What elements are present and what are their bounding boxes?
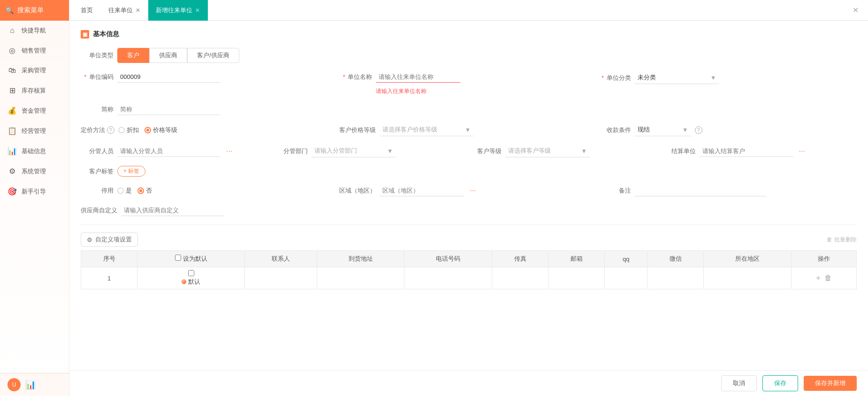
sidebar-item-label: 库存核算	[22, 86, 46, 95]
sidebar-item-basic-info[interactable]: 📊 基础信息	[0, 141, 69, 161]
tab-close-button[interactable]: ✕	[136, 7, 140, 14]
disabled-yes-radio[interactable]: 是	[117, 186, 132, 195]
disabled-no-radio[interactable]: 否	[137, 186, 152, 195]
customer-price-label: 客户价格等级	[339, 126, 376, 134]
unit-type-label: 单位类型	[81, 51, 114, 60]
pricing-help-icon[interactable]: ?	[107, 126, 114, 134]
dept-field: 分管部门 请输入分管部门 ▼	[275, 145, 469, 157]
batch-delete-button[interactable]: 🗑 批量删除	[827, 234, 857, 246]
unit-name-field: * 单位名称 请输入往来单位名称	[339, 71, 598, 95]
row-seq: 1	[81, 267, 137, 289]
main-area: 首页往来单位✕新增往来单位✕ ✕ ▣ 基本信息 单位类型 客户供应商客户/供应商…	[69, 0, 868, 396]
pricing-label: 定价方法 ?	[81, 126, 114, 134]
sidebar-item-guide[interactable]: 🎯 新手引导	[0, 181, 69, 202]
tab-home[interactable]: 首页	[73, 0, 101, 21]
section-icon: ▣	[81, 30, 89, 39]
region-label: 区域（地区）	[339, 186, 376, 195]
close-window-button[interactable]: ✕	[847, 6, 864, 15]
sidebar-item-label: 快捷导航	[22, 26, 46, 35]
pricing-price-level-radio[interactable]: 价格等级	[145, 126, 177, 134]
supplier-custom-label: 供应商自定义	[81, 206, 117, 215]
table-column-header: 到货地址	[317, 251, 404, 267]
table-column-header: 传真	[492, 251, 548, 267]
pricing-discount-radio[interactable]: 折扣	[118, 126, 139, 134]
add-tag-button[interactable]: + 标签	[117, 166, 145, 177]
region-field: 区域（地区） ···	[339, 185, 598, 196]
sales-icon: ◎	[8, 46, 17, 55]
tab-counterparts[interactable]: 往来单位✕	[101, 0, 148, 21]
customer-level-label: 客户等级	[469, 147, 502, 155]
table-column-header: 微信	[647, 251, 704, 267]
tab-new-counterpart[interactable]: 新增往来单位✕	[148, 0, 208, 21]
dept-label: 分管部门	[275, 147, 308, 155]
row-checkbox[interactable]	[188, 270, 194, 276]
footer: 取消 保存 保存并新增	[69, 370, 868, 396]
cancel-button[interactable]: 取消	[721, 375, 757, 391]
user-level-icon: 📊	[25, 380, 36, 390]
unit-type-supplier-button[interactable]: 供应商	[149, 48, 187, 63]
row-default: 默认	[137, 267, 245, 289]
table-column-header: 所在地区	[704, 251, 792, 267]
tab-close-button[interactable]: ✕	[195, 7, 200, 14]
save-button[interactable]: 保存	[762, 375, 798, 391]
dept-select[interactable]: 请输入分管部门 ▼	[312, 145, 396, 157]
guide-icon: 🎯	[8, 187, 17, 196]
custom-setting-button[interactable]: ⚙ 自定义项设置	[81, 233, 138, 247]
region-more-button[interactable]: ···	[468, 186, 478, 195]
search-menu-button[interactable]: 🔍 搜索菜单	[0, 0, 69, 21]
tabbar: 首页往来单位✕新增往来单位✕ ✕	[69, 0, 868, 21]
settlement-input[interactable]	[700, 146, 793, 157]
sidebar: 🔍 搜索菜单 ⌂ 快捷导航◎ 销售管理🛍 采购管理⊞ 库存核算💰 资金管理📋 经…	[0, 0, 69, 396]
sidebar-item-operations[interactable]: 📋 经营管理	[0, 121, 69, 141]
customer-price-select[interactable]: 请选择客户价格等级 ▼	[380, 124, 473, 136]
unit-type-both-button[interactable]: 客户/供应商	[187, 48, 239, 63]
finance-icon: 💰	[8, 106, 17, 115]
disabled-radio-group: 是 否	[117, 186, 152, 195]
dept-arrow: ▼	[387, 148, 393, 155]
remark-field: 备注	[598, 185, 857, 196]
unit-category-field: * 单位分类 未分类 ▼	[598, 71, 857, 84]
row-actions: +🗑	[791, 267, 856, 289]
pricing-field: 定价方法 ? 折扣 价格等级	[81, 126, 339, 134]
manager-more-button[interactable]: ···	[224, 147, 234, 155]
save-and-new-button[interactable]: 保存并新增	[804, 376, 857, 391]
sidebar-item-finance[interactable]: 💰 资金管理	[0, 101, 69, 121]
sidebar-item-purchase[interactable]: 🛍 采购管理	[0, 61, 69, 80]
purchase-icon: 🛍	[8, 66, 17, 75]
row-cell	[492, 267, 548, 289]
table-row: 1 默认+🗑	[81, 267, 857, 289]
payment-terms-select[interactable]: 现结 ▼	[635, 124, 691, 136]
sidebar-item-quick-nav[interactable]: ⌂ 快捷导航	[0, 21, 69, 40]
abbr-input[interactable]	[117, 104, 221, 115]
sidebar-item-sales[interactable]: ◎ 销售管理	[0, 40, 69, 61]
customer-level-select[interactable]: 请选择客户等级 ▼	[505, 145, 590, 157]
select-all-checkbox[interactable]	[175, 255, 181, 261]
table-column-header: 操作	[791, 251, 856, 267]
row-cell	[704, 267, 792, 289]
unit-type-row: 单位类型 客户供应商客户/供应商	[81, 48, 857, 63]
payment-terms-label: 收款条件	[598, 126, 631, 134]
customer-price-arrow: ▼	[464, 126, 471, 133]
disabled-label: 停用	[81, 186, 114, 195]
unit-code-input[interactable]	[117, 71, 221, 83]
basic-info-icon: 📊	[8, 147, 17, 155]
unit-type-customer-button[interactable]: 客户	[117, 48, 149, 63]
unit-category-select[interactable]: 未分类 ▼	[635, 71, 719, 84]
unit-name-input[interactable]	[376, 71, 460, 83]
supplier-custom-input[interactable]	[121, 205, 224, 216]
sidebar-item-label: 基础信息	[22, 147, 46, 155]
settlement-more-button[interactable]: ···	[797, 147, 807, 155]
remark-input[interactable]	[635, 185, 766, 196]
region-input[interactable]	[380, 185, 464, 196]
unit-category-label: * 单位分类	[598, 74, 631, 82]
search-icon: 🔍	[6, 7, 14, 14]
sidebar-item-system[interactable]: ⚙ 系统管理	[0, 161, 69, 181]
manager-input[interactable]	[117, 146, 221, 157]
disabled-field: 停用 是 否	[81, 186, 339, 195]
manager-row: 分管人员 ··· 分管部门 请输入分管部门 ▼ 客户等级 请选择客户等级 ▼ 结…	[81, 145, 857, 157]
add-row-icon[interactable]: +	[816, 274, 820, 282]
payment-help-icon[interactable]: ?	[695, 126, 702, 134]
customer-price-field: 客户价格等级 请选择客户价格等级 ▼	[339, 124, 598, 136]
sidebar-item-inventory[interactable]: ⊞ 库存核算	[0, 80, 69, 101]
delete-row-icon[interactable]: 🗑	[824, 274, 832, 282]
